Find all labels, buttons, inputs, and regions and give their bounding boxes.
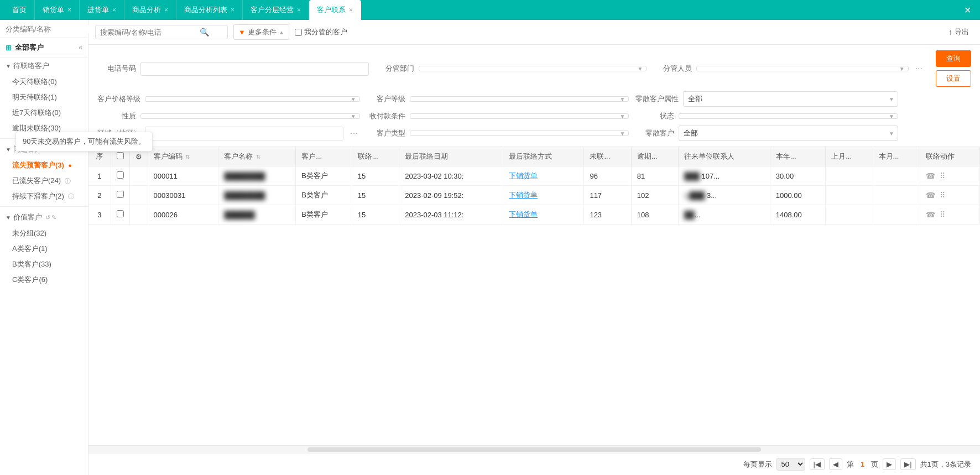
sidebar-search-input[interactable] (6, 25, 98, 33)
sidebar-item-ungrouped[interactable]: 未分组(32) (0, 226, 88, 241)
cell-last-type-1[interactable]: 下销货单 (503, 166, 584, 186)
tab-customer-contact-close[interactable]: × (349, 6, 353, 14)
filter-payment-select[interactable]: ▼ (410, 113, 629, 119)
first-page-button[interactable]: |◀ (810, 458, 825, 470)
col-uncontacted-header: 未联... (584, 147, 631, 166)
cell-last-type-3[interactable]: 下销货单 (503, 205, 584, 225)
row-1-checkbox[interactable] (117, 171, 124, 179)
filter-customer-type-field: 客户类型 ▼ (367, 128, 629, 138)
per-page-select[interactable]: 50 100 200 (776, 458, 805, 471)
cell-checkbox-1[interactable] (111, 166, 129, 186)
filter-icon: ▼ (238, 28, 246, 36)
col-customer-name-header[interactable]: 客户名称 ⇅ (218, 147, 296, 166)
cell-checkbox-2[interactable] (111, 186, 129, 205)
filter-region-input[interactable] (145, 127, 343, 140)
sidebar-item-today-contact[interactable]: 今天待联络(0) (0, 74, 88, 90)
filter-nature-select[interactable]: ▼ (140, 113, 360, 119)
row-2-checkbox[interactable] (117, 191, 124, 198)
tab-product-analysis[interactable]: 商品分析 × (124, 0, 176, 20)
cell-overdue-3: 108 (631, 205, 678, 225)
filter-person-down-icon: ▼ (899, 66, 905, 72)
col-customer-code-header[interactable]: 客户编码 ⇅ (148, 147, 218, 166)
main-layout: 🔍 ⊞ 全部客户 « ▼ 待联络客户 今天待联络(0) 明天待联络(1) 近7天… (0, 20, 980, 475)
cell-overdue-2: 102 (631, 186, 678, 205)
my-customers-checkbox[interactable]: 我分管的客户 (295, 27, 347, 37)
cell-name-2: ████████ (218, 186, 296, 205)
sidebar-group-value[interactable]: ▼ 价值客户 ↺ ✎ (0, 209, 88, 226)
sidebar-item-tomorrow-contact[interactable]: 明天待联络(1) (0, 90, 88, 105)
search-input[interactable] (100, 28, 200, 36)
query-button[interactable]: 查询 (936, 50, 971, 67)
cell-uncontacted-1: 96 (584, 166, 631, 186)
current-page-number: 1 (858, 460, 867, 468)
cell-last-month-1 (826, 166, 873, 186)
sidebar-item-declining[interactable]: 持续下滑客户(2) ⓘ (0, 189, 88, 204)
filter-dept-select[interactable]: ▼ (419, 66, 647, 71)
last-type-link-2[interactable]: 下销货单 (509, 191, 538, 199)
next-page-button[interactable]: ▶ (883, 458, 896, 470)
value-group-edit-icon[interactable]: ✎ (51, 214, 56, 221)
sidebar-item-b-class[interactable]: B类客户(33) (0, 257, 88, 272)
filter-settings-button[interactable]: 设置 (936, 70, 971, 87)
tab-sales-order[interactable]: 销货单 × (35, 0, 80, 20)
col-contact-person-header: 往来单位联系人 (679, 147, 770, 166)
cell-code-1: 000011 (148, 166, 218, 186)
filter-zero-customer-select[interactable]: 全部 ▼ (679, 126, 898, 141)
search-bar: 🔍 ▼ 更多条件 ▲ 我分管的客户 ↑ 导出 (88, 20, 980, 45)
filter-customer-type-select[interactable]: ▼ (410, 131, 629, 136)
col-customer-type-header: 客户... (296, 147, 352, 166)
filter-zero-attr-select[interactable]: 全部 ▼ (683, 91, 898, 107)
horizontal-scrollbar[interactable] (88, 445, 980, 453)
sidebar-item-churned[interactable]: 已流失客户(24) ⓘ (0, 173, 88, 189)
search-button[interactable]: 🔍 (200, 28, 209, 36)
action-contact-icon-3[interactable]: ☎ (926, 210, 935, 219)
filter-person-select[interactable]: ▼ (696, 66, 908, 71)
filter-status-select[interactable]: ▼ (679, 113, 898, 119)
scrollbar-thumb[interactable] (307, 447, 761, 452)
action-contact-icon-2[interactable]: ☎ (926, 191, 935, 200)
tab-product-analysis-list[interactable]: 商品分析列表 × (176, 0, 243, 20)
action-contact-icon-1[interactable]: ☎ (926, 171, 935, 180)
sidebar-item-7day-contact[interactable]: 近7天待联络(0) (0, 105, 88, 121)
tab-customer-tier-close[interactable]: × (297, 6, 301, 14)
tab-purchase-order[interactable]: 进货单 × (80, 0, 124, 20)
filter-row-3: 性质 ▼ 收付款条件 ▼ 状态 (97, 111, 971, 121)
tab-purchase-order-close[interactable]: × (112, 6, 116, 14)
tab-customer-contact[interactable]: 客户联系 × (309, 0, 361, 20)
last-type-link-3[interactable]: 下销货单 (509, 210, 538, 218)
cell-checkbox-3[interactable] (111, 205, 129, 225)
sidebar-item-a-class[interactable]: A类客户(1) (0, 241, 88, 257)
window-close-button[interactable]: ✕ (960, 5, 976, 15)
export-button[interactable]: ↑ 导出 (944, 25, 973, 39)
sidebar-item-c-class[interactable]: C类客户(6) (0, 272, 88, 288)
filter-region-more[interactable]: ··· (348, 128, 359, 138)
filter-person-more[interactable]: ··· (913, 64, 925, 74)
sidebar-group-pending[interactable]: ▼ 待联络客户 (0, 58, 88, 74)
filter-status-label: 状态 (635, 111, 674, 121)
value-group-refresh-icon[interactable]: ↺ (45, 214, 50, 221)
filter-phone-input[interactable] (140, 62, 369, 76)
my-customers-checkbox-input[interactable] (295, 29, 302, 36)
col-overdue-header: 逾期... (631, 147, 678, 166)
tab-home[interactable]: 首页 (4, 0, 35, 20)
tab-product-analysis-close[interactable]: × (164, 6, 168, 14)
sidebar-item-churn-warning[interactable]: 流失预警客户(3) ● (0, 158, 88, 173)
filter-price-level-select[interactable]: ▼ (145, 96, 360, 102)
cell-last-type-2[interactable]: 下销货单 (503, 186, 584, 205)
tab-sales-order-close[interactable]: × (67, 6, 71, 14)
last-type-link-1[interactable]: 下销货单 (509, 171, 538, 180)
select-all-checkbox[interactable] (117, 152, 124, 159)
sidebar-all-customers[interactable]: ⊞ 全部客户 « (0, 38, 88, 58)
customer-table: 序 ⚙ 客户编码 ⇅ 客户名称 ⇅ 客户... (88, 147, 980, 225)
filter-customer-level-select[interactable]: ▼ (410, 96, 629, 102)
more-conditions-button[interactable]: ▼ 更多条件 ▲ (233, 24, 289, 40)
tab-product-analysis-list-close[interactable]: × (231, 6, 234, 14)
last-page-button[interactable]: ▶| (900, 458, 915, 470)
action-more-icon-1[interactable]: ⠿ (940, 171, 945, 180)
action-more-icon-2[interactable]: ⠿ (940, 191, 945, 200)
tab-customer-tier[interactable]: 客户分层经营 × (243, 0, 309, 20)
sidebar-collapse-button[interactable]: « (79, 44, 82, 51)
action-more-icon-3[interactable]: ⠿ (940, 210, 945, 219)
prev-page-button[interactable]: ◀ (829, 458, 842, 470)
row-3-checkbox[interactable] (117, 210, 124, 217)
